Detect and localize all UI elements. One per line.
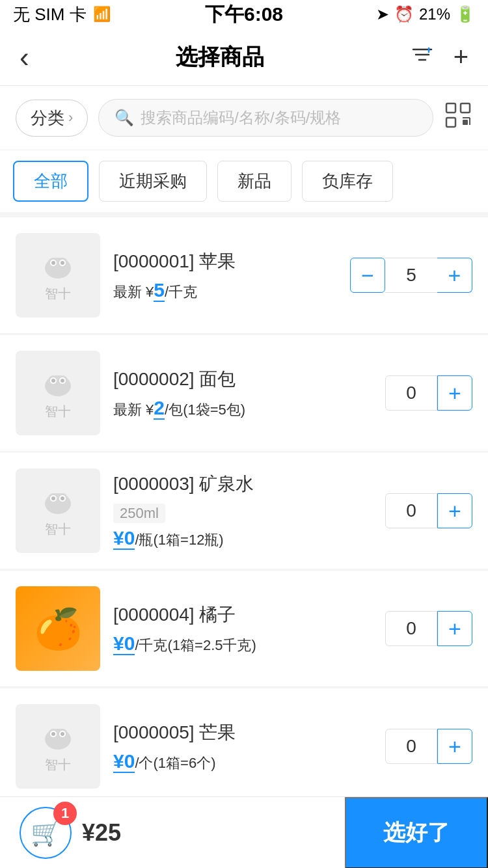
cart-total: ¥25 [82,819,121,847]
status-right: ➤ ⏰ 21% 🔋 [376,5,475,23]
carrier-text: 无 SIM 卡 [13,3,87,26]
product-spec: 250ml [113,504,165,523]
search-box[interactable]: 🔍 搜索商品编码/名称/条码/规格 [98,99,433,137]
svg-rect-6 [446,118,455,127]
list-item: 智十 [0000002] 面包 最新 ¥2/包(1袋=5包) + [0,335,488,452]
qty-input[interactable] [385,375,437,411]
bottom-bar: 🛒 1 ¥25 选好了 [0,796,488,868]
list-item: 🍊 [0000004] 橘子 ¥0/千克(1箱=2.5千克) + [0,571,488,687]
qty-plus-button[interactable]: + [437,611,472,646]
search-placeholder: 搜索商品编码/名称/条码/规格 [141,107,341,128]
qty-plus-button[interactable]: + [437,258,472,293]
list-item: 智十 [0000005] 芒果 ¥0/个(1箱=6个) + [0,688,488,805]
scan-icon[interactable] [444,101,472,135]
category-arrow-icon: › [68,109,73,126]
product-image: 智十 [16,351,100,435]
product-name: [0000001] 苹果 [113,249,337,274]
product-info: [0000003] 矿泉水 250ml ¥0/瓶(1箱=12瓶) [113,472,372,550]
category-label: 分类 [31,107,64,129]
product-image: 🍊 [16,586,100,671]
svg-point-22 [51,379,55,383]
filter-icon[interactable] [411,43,434,72]
product-name: [0000005] 芒果 [113,720,372,745]
status-time: 下午6:08 [205,1,283,28]
cart-badge: 1 [53,802,77,825]
list-item: 智十 [0000003] 矿泉水 250ml ¥0/瓶(1箱=12瓶) + [0,453,488,569]
battery-text: 21% [419,5,450,23]
tab-negative[interactable]: 负库存 [302,161,393,202]
product-price: ¥0/瓶(1箱=12瓶) [113,527,372,550]
location-icon: ➤ [376,5,389,23]
svg-point-30 [61,496,64,500]
cart-area: 🛒 1 ¥25 [0,807,345,859]
qty-control: + [385,611,472,646]
placeholder-text: 智十 [45,285,71,303]
qty-control: + [385,493,472,528]
status-bar: 无 SIM 卡 📶 下午6:08 ➤ ⏰ 21% 🔋 [0,0,488,29]
tab-all[interactable]: 全部 [13,161,88,202]
qty-control: + [385,729,472,764]
svg-point-15 [51,261,55,265]
svg-point-29 [51,496,55,500]
qty-control: − + [350,258,472,293]
svg-rect-4 [446,103,455,113]
tab-new[interactable]: 新品 [217,161,291,202]
page-title: 选择商品 [176,42,264,72]
qty-input[interactable] [385,258,437,293]
qty-control: + [385,375,472,411]
product-info: [0000004] 橘子 ¥0/千克(1箱=2.5千克) [113,603,372,655]
svg-point-16 [61,261,64,265]
nav-actions: + [411,42,468,72]
qty-plus-button[interactable]: + [437,729,472,764]
add-button[interactable]: + [454,42,468,72]
svg-point-36 [51,732,55,736]
product-image: 智十 [16,233,100,318]
search-icon: 🔍 [115,109,134,127]
qty-plus-button[interactable]: + [437,375,472,411]
nav-bar: ‹ 选择商品 + [0,29,488,86]
wifi-icon: 📶 [93,6,111,23]
tab-bar: 全部 近期采购 新品 负库存 [0,150,488,217]
product-name: [0000003] 矿泉水 [113,472,372,496]
svg-rect-7 [463,120,468,125]
back-button[interactable]: ‹ [20,43,29,72]
alarm-icon: ⏰ [394,5,414,23]
product-price: 最新 ¥5/千克 [113,279,337,302]
svg-point-37 [61,732,64,736]
cart-icon: 🛒 [31,819,61,847]
product-image: 智十 [16,704,100,789]
product-info: [0000001] 苹果 最新 ¥5/千克 [113,249,337,302]
product-price: 最新 ¥2/包(1袋=5包) [113,397,372,420]
qty-plus-button[interactable]: + [437,493,472,528]
product-list: 智十 [0000001] 苹果 最新 ¥5/千克 − + [0,217,488,868]
list-item: 智十 [0000001] 苹果 最新 ¥5/千克 − + [0,217,488,334]
confirm-button[interactable]: 选好了 [345,797,488,869]
battery-icon: 🔋 [455,5,475,23]
tab-recent[interactable]: 近期采购 [99,161,207,202]
product-name: [0000004] 橘子 [113,603,372,627]
product-info: [0000005] 芒果 ¥0/个(1箱=6个) [113,720,372,773]
category-button[interactable]: 分类 › [16,100,88,137]
qty-input[interactable] [385,729,437,764]
cart-icon-wrap[interactable]: 🛒 1 [20,807,72,859]
svg-point-23 [61,379,64,383]
placeholder-text: 智十 [45,521,71,538]
filter-bar: 分类 › 🔍 搜索商品编码/名称/条码/规格 [0,86,488,150]
status-left: 无 SIM 卡 📶 [13,3,111,26]
product-image: 智十 [16,468,100,553]
placeholder-text: 智十 [45,756,71,774]
product-name: [0000002] 面包 [113,367,372,392]
product-price: ¥0/千克(1箱=2.5千克) [113,632,372,655]
qty-input[interactable] [385,611,437,646]
qty-input[interactable] [385,493,437,528]
svg-rect-5 [461,103,470,113]
qty-minus-button[interactable]: − [350,258,385,293]
placeholder-text: 智十 [45,403,71,420]
product-info: [0000002] 面包 最新 ¥2/包(1袋=5包) [113,367,372,420]
product-price: ¥0/个(1箱=6个) [113,750,372,773]
